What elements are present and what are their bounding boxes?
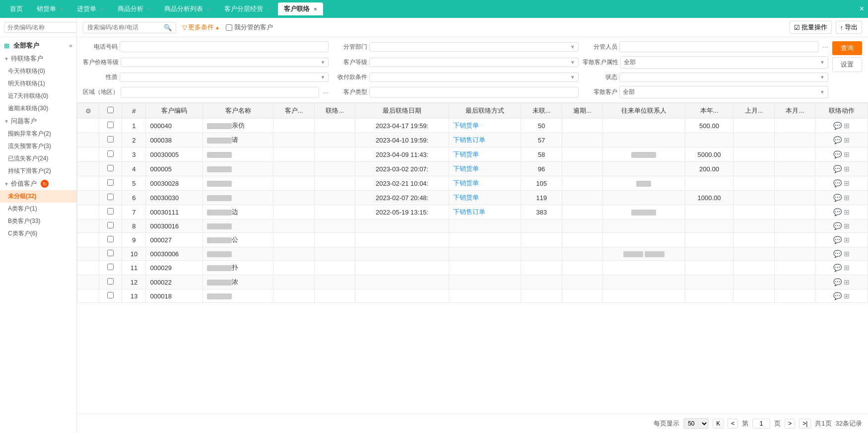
col-overdue[interactable]: 逾期... [562, 103, 602, 119]
sidebar-item-type-b[interactable]: B类客户(33) [0, 215, 76, 227]
row-checkbox[interactable] [107, 264, 114, 270]
grid-action-icon[interactable]: ⊞ [844, 136, 850, 144]
col-name[interactable]: 客户名称 [203, 103, 273, 119]
comment-icon[interactable]: 💬 [833, 208, 842, 216]
nature-select[interactable]: ▼ [120, 72, 329, 82]
col-last-way[interactable]: 最后联络方式 [449, 103, 521, 119]
row-checkbox[interactable] [107, 150, 114, 157]
comment-icon[interactable]: 💬 [833, 179, 842, 187]
last-contact-way-link[interactable]: 下销货单 [453, 179, 479, 187]
window-close-icon[interactable]: × [860, 4, 864, 13]
sidebar-item-ungroup[interactable]: 未分组(32) [0, 190, 76, 203]
all-customers-title[interactable]: ⊞ 全部客户 « [0, 37, 76, 52]
col-settings[interactable]: ⚙ [77, 103, 99, 119]
comment-icon[interactable]: 💬 [833, 278, 842, 286]
row-checkbox[interactable] [107, 208, 114, 215]
page-number-input[interactable] [752, 419, 770, 429]
sidebar-item-type-a[interactable]: A类客户(1) [0, 203, 76, 215]
grid-action-icon[interactable]: ⊞ [844, 122, 850, 130]
comment-icon[interactable]: 💬 [833, 122, 842, 130]
export-button[interactable]: ↑ 导出 [836, 21, 863, 34]
search-icon[interactable]: 🔍 [164, 24, 172, 31]
query-button[interactable]: 查询 [832, 41, 862, 55]
col-last-month[interactable]: 上月... [734, 103, 774, 119]
comment-icon[interactable]: 💬 [833, 165, 842, 173]
row-checkbox[interactable] [107, 292, 114, 298]
comment-icon[interactable]: 💬 [833, 194, 842, 202]
nav-tab-product-analysis[interactable]: 商品分析 × [112, 2, 156, 15]
select-all-checkbox[interactable] [107, 107, 114, 113]
my-customers-checkbox[interactable] [226, 24, 232, 31]
row-checkbox[interactable] [107, 179, 114, 186]
col-code[interactable]: 客户编码 [146, 103, 203, 119]
col-this-year[interactable]: 本年... [685, 103, 734, 119]
manager-input[interactable] [619, 41, 819, 52]
grid-action-icon[interactable]: ⊞ [844, 194, 850, 202]
nav-tab-customer-contact[interactable]: 客户联络 × [278, 2, 323, 15]
close-product-analysis-list-icon[interactable]: × [207, 6, 210, 12]
comment-icon[interactable]: 💬 [833, 222, 842, 230]
close-product-analysis-icon[interactable]: × [147, 6, 150, 12]
sidebar-item-tomorrow-pending[interactable]: 明天待联络(1) [0, 77, 76, 90]
last-contact-way-link[interactable]: 下销货单 [453, 165, 479, 172]
nav-tab-home[interactable]: 首页 [4, 2, 29, 15]
batch-ops-button[interactable]: ☑ 批量操作 [790, 21, 832, 34]
close-purchase-icon[interactable]: × [100, 6, 103, 12]
sidebar-item-churn-warning[interactable]: 流失预警客户(3) [0, 140, 76, 152]
row-checkbox[interactable] [107, 278, 114, 285]
col-unit-contact[interactable]: 往来单位联系人 [603, 103, 685, 119]
col-no-contact[interactable]: 未联... [521, 103, 562, 119]
last-contact-way-link[interactable]: 下销货单 [453, 194, 479, 201]
status-select[interactable]: ▼ [619, 72, 828, 82]
more-conditions-button[interactable]: ▽ 更多条件 ▲ [182, 23, 220, 32]
grid-action-icon[interactable]: ⊞ [844, 292, 850, 300]
customer-type-input[interactable] [369, 87, 578, 98]
row-checkbox[interactable] [107, 136, 114, 143]
group-pending-contact[interactable]: ▼ 待联络客户 [0, 52, 76, 65]
sidebar-item-type-c[interactable]: C类客户(6) [0, 227, 76, 240]
retail-customer-select[interactable]: 全部 ▼ [619, 86, 828, 98]
row-checkbox[interactable] [107, 222, 114, 228]
reset-button[interactable]: 设置 [832, 57, 862, 72]
nav-tab-purchase[interactable]: 进货单 × [71, 2, 109, 15]
collapse-button[interactable]: « [69, 42, 72, 49]
last-contact-way-link[interactable]: 下销售订单 [453, 208, 485, 216]
last-contact-way-link[interactable]: 下销售订单 [453, 136, 485, 144]
prev-page-button[interactable]: < [728, 419, 738, 429]
row-checkbox[interactable] [107, 165, 114, 171]
grid-action-icon[interactable]: ⊞ [844, 208, 850, 216]
first-page-button[interactable]: K [713, 419, 724, 429]
col-last-date[interactable]: 最后联络日期 [355, 103, 449, 119]
sidebar-item-abnormal-stock[interactable]: 囤购异常客户(2) [0, 128, 76, 140]
close-customer-tier-icon[interactable]: × [267, 6, 270, 12]
sidebar-item-week-pending[interactable]: 近7天待联络(0) [0, 90, 76, 102]
group-problem-customers[interactable]: ▼ 问题客户 [0, 115, 76, 128]
next-page-button[interactable]: > [785, 419, 795, 429]
phone-input[interactable] [120, 41, 329, 52]
col-type[interactable]: 客户... [273, 103, 314, 119]
col-checkbox[interactable] [99, 103, 122, 119]
grid-action-icon[interactable]: ⊞ [844, 222, 850, 230]
close-sales-icon[interactable]: × [60, 6, 63, 12]
comment-icon[interactable]: 💬 [833, 236, 842, 244]
nav-tab-sales[interactable]: 销货单 × [31, 2, 69, 15]
grid-action-icon[interactable]: ⊞ [844, 250, 850, 258]
search-input[interactable] [87, 24, 162, 31]
comment-icon[interactable]: 💬 [833, 292, 842, 300]
row-checkbox[interactable] [107, 122, 114, 128]
grid-action-icon[interactable]: ⊞ [844, 278, 850, 286]
row-checkbox[interactable] [107, 194, 114, 200]
payment-select[interactable]: ▼ [369, 72, 578, 82]
group-value-customers[interactable]: ▼ 价值客户 ↻ [0, 177, 76, 190]
page-size-select[interactable]: 50 100 [683, 418, 709, 429]
sidebar-item-today-pending[interactable]: 今天待联络(0) [0, 65, 76, 77]
grid-action-icon[interactable]: ⊞ [844, 150, 850, 158]
manager-more-icon[interactable]: ··· [822, 43, 828, 51]
comment-icon[interactable]: 💬 [833, 250, 842, 258]
nav-tab-product-analysis-list[interactable]: 商品分析列表 × [158, 2, 216, 15]
col-contact[interactable]: 联络... [314, 103, 355, 119]
region-input[interactable] [121, 87, 319, 98]
last-contact-way-link[interactable]: 下销货单 [453, 150, 479, 158]
close-customer-contact-icon[interactable]: × [314, 6, 317, 12]
comment-icon[interactable]: 💬 [833, 264, 842, 272]
